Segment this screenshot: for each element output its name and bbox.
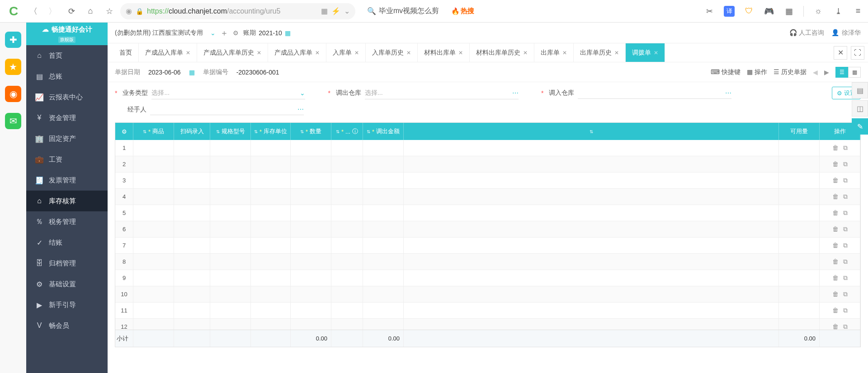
- copy-icon[interactable]: ⧉: [843, 193, 848, 200]
- tab-3[interactable]: 产成品入库单✕: [268, 43, 326, 62]
- table-row[interactable]: 1🗑⧉: [115, 140, 860, 156]
- col-extra[interactable]: ⇅*...ⓘ: [331, 123, 363, 140]
- chevron-down-icon[interactable]: ⌄: [344, 7, 350, 15]
- table-row[interactable]: 10🗑⧉: [115, 286, 860, 303]
- copy-icon[interactable]: ⧉: [843, 209, 848, 217]
- theme-icon[interactable]: ☼: [813, 6, 824, 17]
- period-selector[interactable]: 账期 2021-10 ▦: [243, 29, 290, 37]
- table-row[interactable]: 12🗑⧉: [115, 319, 860, 330]
- delete-icon[interactable]: 🗑: [832, 160, 839, 168]
- prev-doc[interactable]: ◀: [813, 69, 818, 76]
- calendar-icon[interactable]: ▦: [189, 69, 195, 76]
- reload-button[interactable]: ⟳: [63, 3, 80, 19]
- forward-button[interactable]: 〉: [44, 3, 61, 19]
- tab-5[interactable]: 入库单历史✕: [366, 43, 418, 62]
- col-spec[interactable]: ⇅规格型号: [210, 123, 251, 140]
- sidebar-item-6[interactable]: 🧾发票管理: [26, 170, 108, 191]
- rail-btn-3[interactable]: ✎: [852, 118, 868, 135]
- close-icon[interactable]: ✕: [315, 50, 320, 56]
- table-row[interactable]: 6🗑⧉: [115, 221, 860, 238]
- view-card[interactable]: ▦: [848, 67, 861, 78]
- user-menu[interactable]: 👤徐泽华: [831, 29, 861, 37]
- org-selector[interactable]: (勿删勿禁用) 江西服宝测试专用 ⌄: [115, 29, 216, 37]
- hot-search-badge[interactable]: 🔥 热搜: [451, 7, 474, 15]
- history-link[interactable]: ☰历史单据: [774, 68, 807, 76]
- tab-9[interactable]: 出库单历史✕: [574, 43, 626, 62]
- sidebar-item-3[interactable]: ¥资金管理: [26, 107, 108, 128]
- tab-0[interactable]: 首页: [113, 43, 139, 62]
- table-row[interactable]: 8🗑⧉: [115, 254, 860, 270]
- expand-tabs[interactable]: ⛶: [851, 46, 864, 60]
- delete-icon[interactable]: 🗑: [832, 307, 839, 314]
- handler-select[interactable]: ⋯: [150, 104, 304, 115]
- home-button[interactable]: ⌂: [82, 3, 99, 19]
- in-warehouse-select[interactable]: ⋯: [578, 88, 731, 99]
- sidebar-item-11[interactable]: ⚙基础设置: [26, 274, 108, 294]
- delete-icon[interactable]: 🗑: [832, 323, 839, 330]
- translate-icon[interactable]: 译: [724, 6, 735, 17]
- table-row[interactable]: 2🗑⧉: [115, 156, 860, 173]
- search-bar[interactable]: 🔍 毕业mv视频怎么剪: [367, 3, 448, 19]
- delete-icon[interactable]: 🗑: [832, 193, 839, 200]
- close-icon[interactable]: ✕: [654, 50, 658, 56]
- view-list[interactable]: ☰: [835, 67, 848, 78]
- close-icon[interactable]: ✕: [406, 50, 411, 56]
- copy-icon[interactable]: ⧉: [843, 274, 848, 282]
- launcher-app-2[interactable]: ★: [5, 59, 21, 75]
- bolt-icon[interactable]: ⚡: [331, 7, 340, 15]
- ops-link[interactable]: ▦操作: [747, 68, 767, 76]
- launcher-app-1[interactable]: ✚: [5, 32, 21, 48]
- table-row[interactable]: 7🗑⧉: [115, 238, 860, 254]
- back-button[interactable]: 〈: [25, 3, 42, 19]
- rail-btn-1[interactable]: ▤: [852, 82, 868, 98]
- col-gear[interactable]: ⚙: [115, 123, 133, 140]
- tab-8[interactable]: 出库单✕: [534, 43, 574, 62]
- address-bar[interactable]: ◉ 🔒 https://cloud.chanjet.com/accounting…: [120, 3, 355, 19]
- sidebar-item-5[interactable]: 💼工资: [26, 149, 108, 170]
- tab-2[interactable]: 产成品入库单历史✕: [197, 43, 268, 62]
- download-icon[interactable]: ⤓: [833, 6, 844, 17]
- sidebar-item-7[interactable]: ⌂库存核算: [26, 191, 108, 211]
- copy-icon[interactable]: ⧉: [843, 242, 848, 249]
- launcher-app-3[interactable]: ◉: [5, 86, 21, 102]
- close-icon[interactable]: ✕: [614, 50, 619, 56]
- qr-icon[interactable]: ▦: [321, 7, 328, 15]
- sidebar-item-1[interactable]: ▤总账: [26, 66, 108, 87]
- close-all-tabs[interactable]: ✕: [834, 46, 847, 60]
- bookmark-button[interactable]: ☆: [101, 3, 118, 19]
- tab-1[interactable]: 产成品入库单✕: [139, 43, 197, 62]
- sidebar-item-9[interactable]: ✓结账: [26, 232, 108, 253]
- close-icon[interactable]: ✕: [257, 50, 261, 56]
- biz-type-select[interactable]: 选择...⌄: [151, 87, 305, 99]
- sidebar-item-2[interactable]: 📈云报表中心: [26, 87, 108, 107]
- table-row[interactable]: 4🗑⧉: [115, 189, 860, 205]
- table-row[interactable]: 5🗑⧉: [115, 205, 860, 221]
- table-row[interactable]: 3🗑⧉: [115, 173, 860, 189]
- shield-orange-icon[interactable]: 🛡: [744, 6, 755, 17]
- col-product[interactable]: ⇅*商品: [133, 123, 174, 140]
- delete-icon[interactable]: 🗑: [832, 225, 839, 233]
- copy-icon[interactable]: ⧉: [843, 258, 848, 266]
- col-unit[interactable]: ⇅*库存单位: [251, 123, 291, 140]
- sidebar-item-8[interactable]: ％税务管理: [26, 211, 108, 232]
- col-amount[interactable]: ⇅*调出金额: [363, 123, 404, 140]
- out-warehouse-select[interactable]: 选择...⋯: [365, 87, 519, 99]
- doc-date-value[interactable]: 2023-06-06: [148, 69, 181, 76]
- col-qty[interactable]: ⇅*数量: [291, 123, 331, 140]
- close-icon[interactable]: ✕: [562, 50, 567, 56]
- close-icon[interactable]: ✕: [186, 50, 190, 56]
- tab-6[interactable]: 材料出库单✕: [418, 43, 470, 62]
- menu-icon[interactable]: ≡: [853, 6, 863, 17]
- delete-icon[interactable]: 🗑: [832, 274, 839, 282]
- close-icon[interactable]: ✕: [523, 50, 528, 56]
- delete-icon[interactable]: 🗑: [832, 242, 839, 249]
- table-row[interactable]: 9🗑⧉: [115, 270, 860, 286]
- tab-7[interactable]: 材料出库单历史✕: [470, 43, 534, 62]
- sidebar-item-12[interactable]: ▶新手引导: [26, 294, 108, 315]
- col-blank[interactable]: ⇅: [404, 123, 779, 140]
- table-row[interactable]: 11🗑⧉: [115, 303, 860, 319]
- sidebar-item-13[interactable]: V畅会员: [26, 315, 108, 336]
- add-icon[interactable]: ＋: [220, 28, 228, 38]
- shortcut-link[interactable]: ⌨快捷键: [711, 68, 741, 76]
- apps-icon[interactable]: ▦: [783, 6, 794, 17]
